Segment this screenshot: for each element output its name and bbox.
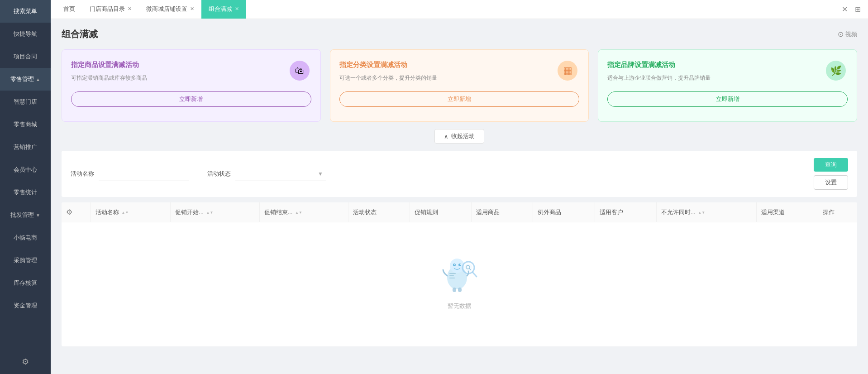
sidebar-item-quick-nav[interactable]: 快捷导航 xyxy=(0,23,51,45)
wholesale-mgmt-arrow-icon: ▼ xyxy=(36,213,40,218)
sidebar-item-retail-mgmt[interactable]: 零售管理 ▲ xyxy=(0,68,51,91)
col-promo-start[interactable]: 促销开始... ▲▼ xyxy=(171,202,259,222)
tab-bar: 首页 门店商品目录 ✕ 微商城店铺设置 ✕ 组合满减 ✕ ✕ ⊞ xyxy=(51,0,868,19)
page-title: 组合满减 xyxy=(62,28,98,40)
sidebar-item-smart-store[interactable]: 智慧门店 xyxy=(0,91,51,113)
svg-point-5 xyxy=(460,264,461,265)
empty-state: 暂无数据 xyxy=(62,222,857,346)
tab-bar-actions: ✕ ⊞ xyxy=(840,3,863,15)
promo-card-category-title: 指定分类设置满减活动 xyxy=(339,61,580,69)
svg-point-4 xyxy=(454,264,455,265)
activity-name-field: 活动名称 xyxy=(71,167,189,181)
col-exception-goods: 例外商品 xyxy=(533,202,595,222)
promo-card-brand-icon: 🌿 xyxy=(826,61,846,81)
promo-card-goods-desc: 可指定滞销商品或库存较多商品 xyxy=(71,74,311,82)
sidebar-item-retail-stats[interactable]: 零售统计 xyxy=(0,181,51,204)
svg-line-7 xyxy=(472,272,477,277)
tab-combo-discount-close[interactable]: ✕ xyxy=(235,6,239,12)
col-applicable-channel: 适用渠道 xyxy=(756,202,818,222)
window-resize-icon[interactable]: ⊞ xyxy=(853,3,863,15)
col-settings: ⚙ xyxy=(62,202,91,222)
table-settings-icon[interactable]: ⚙ xyxy=(66,208,72,216)
sort-activity-name-icon: ▲▼ xyxy=(121,211,129,215)
sidebar-item-retail-mall[interactable]: 零售商城 xyxy=(0,113,51,136)
svg-point-3 xyxy=(458,264,461,266)
promo-card-category: 指定分类设置满减活动 ▦ 可选一个或者多个分类，提升分类的销量 立即新增 xyxy=(330,49,589,122)
sidebar-item-search-menu[interactable]: 搜索菜单 xyxy=(0,0,51,23)
empty-state-row: 暂无数据 xyxy=(62,222,857,347)
svg-point-8 xyxy=(464,264,472,272)
promo-card-goods-icon: 🛍 xyxy=(290,61,310,81)
sort-promo-start-icon: ▲▼ xyxy=(206,211,214,215)
collapse-bar: ∧ 收起活动 xyxy=(62,129,857,144)
sidebar-item-wholesale-mgmt[interactable]: 批发管理 ▼ xyxy=(0,204,51,226)
table-head: ⚙ 活动名称 ▲▼ 促销开始... ▲▼ 促销结束... ▲▼ xyxy=(62,202,857,222)
promo-card-category-desc: 可选一个或者多个分类，提升分类的销量 xyxy=(339,74,580,82)
tab-wechat-shop[interactable]: 微商城店铺设置 ✕ xyxy=(139,0,201,19)
activity-status-field: 活动状态 进行中 未开始 已结束 ▼ xyxy=(207,167,326,181)
svg-rect-11 xyxy=(453,288,456,292)
tab-product-catalog[interactable]: 门店商品目录 ✕ xyxy=(82,0,139,19)
collapse-activity-button[interactable]: ∧ 收起活动 xyxy=(434,129,484,144)
retail-mgmt-arrow-icon: ▲ xyxy=(36,77,40,82)
table-body: 暂无数据 xyxy=(62,222,857,347)
empty-state-cell: 暂无数据 xyxy=(62,222,857,347)
svg-rect-13 xyxy=(449,273,456,274)
promo-card-brand: 指定品牌设置满减活动 🌿 适合与上游企业联合做营销，提升品牌销量 立即新增 xyxy=(598,49,857,122)
activity-status-label: 活动状态 xyxy=(207,170,231,178)
activity-name-input[interactable] xyxy=(99,167,189,181)
col-operation: 操作 xyxy=(818,202,857,222)
sidebar-item-capital[interactable]: 资金管理 xyxy=(0,294,51,317)
col-activity-status: 活动状态 xyxy=(348,202,410,222)
sidebar: 搜索菜单 快捷导航 项目合同 零售管理 ▲ 智慧门店 零售商城 营销推广 会员中… xyxy=(0,0,51,374)
video-button[interactable]: ⊙ 视频 xyxy=(838,30,857,38)
sidebar-settings[interactable]: ⚙ xyxy=(0,350,51,374)
svg-rect-12 xyxy=(458,288,462,292)
data-table-container: ⚙ 活动名称 ▲▼ 促销开始... ▲▼ 促销结束... ▲▼ xyxy=(62,202,857,346)
empty-state-icon xyxy=(437,249,482,295)
col-activity-name[interactable]: 活动名称 ▲▼ xyxy=(91,202,170,222)
activity-status-select-wrapper: 进行中 未开始 已结束 ▼ xyxy=(235,167,326,181)
promo-card-brand-desc: 适合与上游企业联合做营销，提升品牌销量 xyxy=(607,74,848,82)
gear-icon: ⚙ xyxy=(22,357,29,366)
main-area: 首页 门店商品目录 ✕ 微商城店铺设置 ✕ 组合满减 ✕ ✕ ⊞ 组合满减 ⊙ … xyxy=(51,0,868,374)
play-circle-icon: ⊙ xyxy=(838,30,844,38)
col-applicable-customer: 适用客户 xyxy=(595,202,656,222)
promo-card-brand-add-button[interactable]: 立即新增 xyxy=(607,91,848,107)
promo-card-goods-add-button[interactable]: 立即新增 xyxy=(71,91,311,107)
col-no-concurrent[interactable]: 不允许同时... ▲▼ xyxy=(656,202,756,222)
svg-rect-15 xyxy=(449,278,455,278)
tab-combo-discount[interactable]: 组合满减 ✕ xyxy=(201,0,246,19)
sidebar-item-project-contract[interactable]: 项目合同 xyxy=(0,45,51,68)
col-promo-rule: 促销规则 xyxy=(410,202,472,222)
table-header-row: ⚙ 活动名称 ▲▼ 促销开始... ▲▼ 促销结束... ▲▼ xyxy=(62,202,857,222)
sidebar-item-purchase[interactable]: 采购管理 xyxy=(0,249,51,272)
sidebar-item-inventory[interactable]: 库存核算 xyxy=(0,272,51,294)
search-bar-actions: 查询 设置 xyxy=(814,158,848,190)
activity-table: ⚙ 活动名称 ▲▼ 促销开始... ▲▼ 促销结束... ▲▼ xyxy=(62,202,857,346)
activity-name-label: 活动名称 xyxy=(71,170,94,178)
query-button[interactable]: 查询 xyxy=(814,158,848,172)
promo-card-row: 指定商品设置满减活动 🛍 可指定滞销商品或库存较多商品 立即新增 指定分类设置满… xyxy=(62,49,857,122)
col-applicable-goods: 适用商品 xyxy=(472,202,533,222)
svg-point-2 xyxy=(453,264,456,266)
page-header: 组合满减 ⊙ 视频 xyxy=(62,28,857,40)
svg-rect-14 xyxy=(449,275,454,276)
promo-card-category-add-button[interactable]: 立即新增 xyxy=(339,91,580,107)
sidebar-item-marketing[interactable]: 营销推广 xyxy=(0,136,51,158)
col-promo-end[interactable]: 促销结束... ▲▼ xyxy=(259,202,348,222)
sort-no-concurrent-icon: ▲▼ xyxy=(698,211,705,215)
tab-product-catalog-close[interactable]: ✕ xyxy=(128,6,132,12)
window-close-icon[interactable]: ✕ xyxy=(840,3,849,15)
activity-status-select[interactable]: 进行中 未开始 已结束 xyxy=(235,167,326,181)
promo-card-goods: 指定商品设置满减活动 🛍 可指定滞销商品或库存较多商品 立即新增 xyxy=(62,49,321,122)
collapse-icon: ∧ xyxy=(444,133,448,140)
sidebar-item-xiaochen[interactable]: 小畅电商 xyxy=(0,226,51,249)
promo-card-brand-title: 指定品牌设置满减活动 xyxy=(607,61,848,69)
tab-wechat-shop-close[interactable]: ✕ xyxy=(190,6,194,12)
sidebar-item-member-center[interactable]: 会员中心 xyxy=(0,158,51,181)
sort-promo-end-icon: ▲▼ xyxy=(295,211,302,215)
page-content: 组合满减 ⊙ 视频 指定商品设置满减活动 🛍 可指定滞销商品或库存较多商品 立即… xyxy=(51,19,868,374)
tab-home[interactable]: 首页 xyxy=(56,0,82,19)
setting-button[interactable]: 设置 xyxy=(814,175,848,190)
